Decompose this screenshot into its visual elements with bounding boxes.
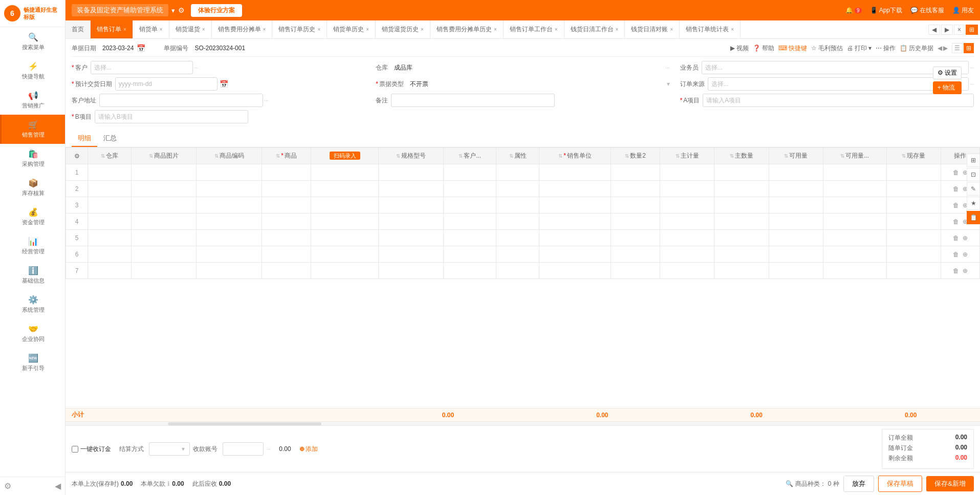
cell-customer_code[interactable] bbox=[444, 230, 496, 246]
cell-main_qty[interactable] bbox=[714, 164, 769, 181]
cell-attr[interactable] bbox=[496, 197, 539, 213]
cell-unit[interactable] bbox=[539, 213, 611, 230]
cell-settings[interactable]: 5 bbox=[66, 230, 88, 246]
tab-销售费用分摊单[interactable]: 销售费用分摊单× bbox=[212, 20, 273, 38]
next-page-icon[interactable]: ▶ bbox=[943, 45, 948, 52]
column-settings-icon[interactable]: ⚙ bbox=[74, 153, 80, 160]
tab-钱货日清对账[interactable]: 钱货日清对账× bbox=[625, 20, 680, 38]
delete-icon[interactable]: 🗑 bbox=[953, 202, 959, 209]
cell-customer_code[interactable] bbox=[444, 164, 496, 181]
cell-qty2[interactable] bbox=[611, 164, 660, 181]
sidebar-item-快捷导航[interactable]: ⚡快捷导航 bbox=[0, 56, 65, 85]
tab-close-icon[interactable]: × bbox=[616, 27, 619, 32]
invoice-dropdown-icon[interactable]: ▾ bbox=[667, 80, 670, 88]
cell-customer_code[interactable] bbox=[444, 181, 496, 197]
cell-spec[interactable] bbox=[378, 213, 444, 230]
cell-spec[interactable] bbox=[378, 197, 444, 213]
sidebar-item-新手引导[interactable]: 🆕新手引导 bbox=[0, 348, 65, 377]
cell-settings[interactable]: 2 bbox=[66, 181, 88, 197]
help-btn[interactable]: ❓ 帮助 bbox=[753, 44, 774, 53]
cell-spec[interactable] bbox=[378, 181, 444, 197]
cell-unit[interactable] bbox=[539, 181, 611, 197]
sidebar-item-系统管理[interactable]: ⚙️系统管理 bbox=[0, 290, 65, 319]
tab-close-icon[interactable]: × bbox=[263, 27, 266, 32]
settings-gear-icon[interactable]: ⚙ bbox=[178, 6, 185, 14]
cell-product[interactable] bbox=[262, 263, 311, 279]
cell-available2[interactable] bbox=[823, 164, 886, 181]
cell-qty2[interactable] bbox=[611, 197, 660, 213]
detail-tab-汇总[interactable]: 汇总 bbox=[97, 131, 123, 147]
cell-available2[interactable] bbox=[823, 181, 886, 197]
cell-spec[interactable] bbox=[378, 230, 444, 246]
sidebar-item-库存核算[interactable]: 📦库存核算 bbox=[0, 173, 65, 202]
cell-image[interactable] bbox=[131, 181, 197, 197]
float-btn-1[interactable]: ⊞ bbox=[967, 154, 980, 167]
cell-available2[interactable] bbox=[823, 213, 886, 230]
cell-main_unit[interactable] bbox=[660, 246, 714, 263]
cell-current[interactable] bbox=[886, 181, 941, 197]
copy-icon[interactable]: ⊕ bbox=[963, 267, 968, 274]
sidebar-item-采购管理[interactable]: 🛍️采购管理 bbox=[0, 144, 65, 173]
b-project-input[interactable] bbox=[95, 110, 248, 123]
cell-unit[interactable] bbox=[539, 164, 611, 181]
cell-warehouse[interactable] bbox=[88, 246, 131, 263]
cell-code[interactable] bbox=[197, 164, 262, 181]
cell-warehouse[interactable] bbox=[88, 164, 131, 181]
cell-current[interactable] bbox=[886, 197, 941, 213]
cell-product[interactable] bbox=[262, 181, 311, 197]
save-draft-button[interactable]: 保存草稿 bbox=[878, 476, 922, 492]
settings-btn[interactable]: ⚙ 设置 bbox=[933, 67, 962, 79]
notification-area[interactable]: 🔔 9 bbox=[845, 7, 862, 14]
collection-account-select[interactable] bbox=[223, 442, 264, 456]
cell-image[interactable] bbox=[131, 197, 197, 213]
a-project-input[interactable] bbox=[703, 94, 974, 107]
delete-icon[interactable]: 🗑 bbox=[953, 218, 959, 225]
cell-current[interactable] bbox=[886, 230, 941, 246]
sidebar-item-经营管理[interactable]: 📊经营管理 bbox=[0, 231, 65, 261]
cell-action[interactable]: 🗑 ⊕ bbox=[941, 246, 979, 263]
cell-available2[interactable] bbox=[823, 230, 886, 246]
cell-settings[interactable]: 7 bbox=[66, 263, 88, 279]
cell-main_qty[interactable] bbox=[714, 181, 769, 197]
tabbar-menu-icon[interactable]: ⊞ bbox=[966, 25, 978, 35]
cell-available[interactable] bbox=[769, 213, 823, 230]
tab-close-icon[interactable]: × bbox=[202, 27, 205, 32]
tab-close-icon[interactable]: × bbox=[494, 27, 497, 32]
cell-attr[interactable] bbox=[496, 164, 539, 181]
cell-scan[interactable] bbox=[311, 246, 378, 263]
cell-qty2[interactable] bbox=[611, 181, 660, 197]
cell-available[interactable] bbox=[769, 246, 823, 263]
staff-more-icon[interactable]: ··· bbox=[970, 65, 974, 71]
cell-settings[interactable]: 4 bbox=[66, 213, 88, 230]
cell-customer_code[interactable] bbox=[444, 197, 496, 213]
cell-qty2[interactable] bbox=[611, 230, 660, 246]
tab-销货退货历史[interactable]: 销货退货历史× bbox=[376, 20, 430, 38]
cell-customer_code[interactable] bbox=[444, 246, 496, 263]
cell-scan[interactable] bbox=[311, 181, 378, 197]
collapse-icon[interactable]: ◀ bbox=[55, 481, 61, 491]
settings-icon[interactable]: ⚙ bbox=[4, 481, 11, 491]
tab-销售订单[interactable]: 销售订单× bbox=[91, 20, 133, 38]
cell-image[interactable] bbox=[131, 246, 197, 263]
calendar-icon[interactable]: 📅 bbox=[137, 44, 145, 52]
cell-code[interactable] bbox=[197, 246, 262, 263]
customer-address-input[interactable] bbox=[99, 94, 263, 107]
quick-collection-checkbox[interactable] bbox=[72, 446, 78, 453]
delete-icon[interactable]: 🗑 bbox=[953, 251, 959, 258]
cell-current[interactable] bbox=[886, 213, 941, 230]
cell-available2[interactable] bbox=[823, 197, 886, 213]
cell-product[interactable] bbox=[262, 164, 311, 181]
cell-image[interactable] bbox=[131, 263, 197, 279]
discard-button[interactable]: 放弃 bbox=[843, 476, 874, 492]
prev-page-icon[interactable]: ◀ bbox=[938, 45, 942, 52]
add-btn[interactable]: ⊕ 添加 bbox=[299, 445, 318, 454]
operation-btn[interactable]: ⋯ 操作 bbox=[876, 44, 896, 53]
cell-product[interactable] bbox=[262, 197, 311, 213]
cell-available2[interactable] bbox=[823, 263, 886, 279]
copy-icon[interactable]: ⊕ bbox=[963, 234, 968, 242]
cell-warehouse[interactable] bbox=[88, 197, 131, 213]
tab-close-icon[interactable]: × bbox=[670, 27, 673, 32]
tab-close-icon[interactable]: × bbox=[421, 27, 424, 32]
cell-main_qty[interactable] bbox=[714, 246, 769, 263]
customer-input[interactable] bbox=[91, 61, 193, 74]
